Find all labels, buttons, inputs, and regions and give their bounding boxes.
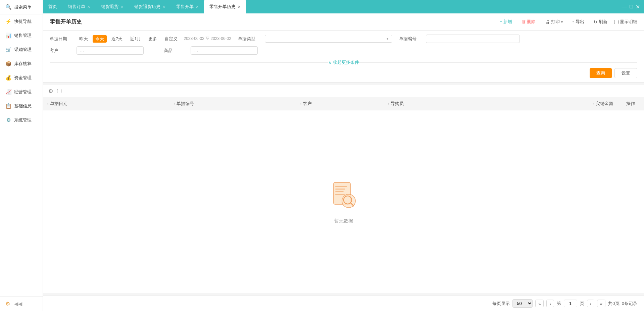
customer-input[interactable]: [77, 46, 144, 55]
tab-sales-return-history[interactable]: 销货退货历史 ✕: [129, 0, 171, 13]
sidebar-search-label: 搜索菜单: [14, 4, 32, 10]
purchase-icon: 🛒: [5, 47, 11, 53]
date-option-1month[interactable]: 近1月: [127, 35, 144, 43]
tab-sales-return-history-close[interactable]: ✕: [162, 5, 165, 9]
date-option-yesterday[interactable]: 昨天: [77, 35, 91, 43]
sidebar-item-quick-nav[interactable]: ⚡ 快捷导航: [0, 14, 43, 29]
th-doc-date[interactable]: 单据日期: [43, 97, 169, 110]
refresh-button[interactable]: ↻ 刷新: [591, 17, 610, 26]
tab-home-label: 首页: [48, 4, 57, 10]
show-detail-checkbox[interactable]: 显示明细: [614, 19, 637, 25]
th-doc-no[interactable]: 单据编号: [169, 97, 296, 110]
tab-sales-return-history-label: 销货退货历史: [134, 4, 160, 10]
date-option-7days[interactable]: 近7天: [109, 35, 125, 43]
window-maximize-btn[interactable]: □: [630, 4, 633, 10]
page-title: 零售开单历史: [50, 18, 82, 25]
doc-type-select[interactable]: ▾: [265, 35, 392, 43]
tab-sales-order-label: 销售订单: [68, 4, 85, 10]
page-actions: + 新增 🗑 删除 🖨 打印 ▾ ↑ 导出 ↻ 刷新 显示明细: [497, 17, 637, 26]
sidebar-item-operations[interactable]: 📈 经营管理: [0, 85, 43, 99]
select-all-checkbox[interactable]: [57, 89, 61, 93]
date-option-custom[interactable]: 自定义: [162, 35, 180, 43]
tab-retail-open[interactable]: 零售开单 ✕: [171, 0, 204, 13]
next-page-btn[interactable]: ›: [587, 300, 594, 307]
print-button[interactable]: 🖨 打印 ▾: [543, 17, 565, 26]
goods-input[interactable]: [191, 46, 258, 55]
export-label: 导出: [576, 19, 584, 25]
date-options: 昨天 今天 近7天 近1月 更多 自定义 2023-06-02 至 2023-0…: [77, 35, 231, 43]
export-button[interactable]: ↑ 导出: [569, 17, 587, 26]
tab-sales-order-close[interactable]: ✕: [87, 5, 90, 9]
svg-rect-4: [335, 194, 345, 195]
sidebar-item-basic-info[interactable]: 📋 基础信息: [0, 99, 43, 113]
svg-rect-1: [335, 186, 347, 187]
sidebar-item-purchase-mgmt[interactable]: 🛒 采购管理: [0, 43, 43, 57]
doc-type-chevron-icon: ▾: [387, 37, 389, 41]
sidebar-item-label: 资金管理: [14, 75, 32, 81]
sidebar-search[interactable]: 🔍 搜索菜单: [0, 0, 43, 14]
empty-text: 暂无数据: [334, 218, 353, 224]
settings-button[interactable]: 设置: [614, 68, 637, 78]
tab-retail-open-label: 零售开单: [176, 4, 194, 10]
tab-retail-open-close[interactable]: ✕: [196, 5, 199, 9]
settings-gear-icon[interactable]: ⚙: [5, 301, 10, 307]
sidebar-item-label: 库存核算: [14, 61, 32, 67]
sidebar-item-label: 基础信息: [14, 103, 32, 109]
date-filter-label: 单据日期: [50, 36, 70, 42]
tab-retail-open-history[interactable]: 零售开单历史 ✕: [204, 0, 246, 13]
collapse-label: 收起更多条件: [333, 59, 359, 65]
tab-sales-return-close[interactable]: ✕: [120, 5, 123, 9]
doc-no-input[interactable]: [426, 35, 520, 43]
finance-icon: 💰: [5, 75, 11, 81]
inventory-icon: 📦: [5, 61, 11, 67]
date-option-more[interactable]: 更多: [146, 35, 160, 43]
basic-info-icon: 📋: [5, 103, 11, 109]
delete-button[interactable]: 🗑 删除: [519, 17, 539, 26]
collapse-button[interactable]: ∧ 收起更多条件: [328, 58, 359, 67]
prev-page-btn[interactable]: ‹: [546, 300, 554, 307]
tab-sales-return[interactable]: 销货退货 ✕: [96, 0, 129, 13]
sidebar-item-label: 快捷导航: [14, 18, 32, 24]
total-info: 共0页, 0条记录: [608, 301, 637, 307]
sidebar-item-label: 采购管理: [14, 47, 32, 53]
sidebar-item-finance[interactable]: 💰 资金管理: [0, 71, 43, 85]
th-amount[interactable]: 实销金额: [491, 97, 617, 110]
last-page-btn[interactable]: »: [597, 300, 605, 307]
page-unit: 页: [580, 301, 584, 307]
svg-rect-2: [335, 189, 345, 190]
tab-bar: 首页 销售订单 ✕ 销货退货 ✕ 销货退货历史 ✕ 零售开单 ✕ 零售开单历史 …: [43, 0, 644, 13]
refresh-label: 刷新: [599, 19, 607, 25]
sidebar-item-label: 销售管理: [14, 33, 32, 39]
sidebar-item-system-mgmt[interactable]: ⚙ 系统管理: [0, 113, 43, 127]
sidebar-item-label: 系统管理: [14, 117, 32, 123]
first-page-btn[interactable]: «: [535, 300, 544, 307]
sidebar: 🔍 搜索菜单 ⚡ 快捷导航 📊 销售管理 🛒 采购管理 📦 库存核算 💰 资金管…: [0, 0, 43, 311]
tab-retail-open-history-close[interactable]: ✕: [238, 5, 241, 9]
tab-home[interactable]: 首页: [43, 0, 62, 13]
sidebar-item-sales-mgmt[interactable]: 📊 销售管理: [0, 29, 43, 43]
sidebar-item-inventory[interactable]: 📦 库存核算: [0, 57, 43, 71]
svg-rect-3: [335, 191, 344, 192]
tab-sales-order[interactable]: 销售订单 ✕: [62, 0, 96, 13]
add-button[interactable]: + 新增: [497, 17, 515, 26]
current-page-input[interactable]: [564, 300, 577, 307]
show-detail-input[interactable]: [614, 20, 618, 24]
filter-actions: 查询 设置: [50, 68, 637, 78]
date-range-display: 2023-06-02 至 2023-06-02: [184, 36, 231, 42]
main-content: 首页 销售订单 ✕ 销货退货 ✕ 销货退货历史 ✕ 零售开单 ✕ 零售开单历史 …: [43, 0, 644, 311]
window-minimize-btn[interactable]: —: [622, 4, 627, 10]
per-page-select[interactable]: 50 10 20 100: [512, 299, 533, 308]
sidebar-item-label: 经营管理: [14, 89, 32, 95]
sales-icon: 📊: [5, 33, 11, 39]
date-option-today[interactable]: 今天: [93, 35, 107, 43]
page-label: 第: [557, 301, 561, 307]
collapse-sidebar-icon[interactable]: ◀◀: [14, 301, 22, 307]
system-icon: ⚙: [5, 117, 11, 123]
window-close-btn[interactable]: ✕: [636, 4, 640, 10]
th-customer[interactable]: 客户: [296, 97, 384, 110]
tab-retail-open-history-label: 零售开单历史: [209, 4, 236, 10]
th-guide[interactable]: 导购员: [384, 97, 491, 110]
empty-state: 暂无数据: [43, 110, 644, 293]
query-button[interactable]: 查询: [590, 68, 612, 78]
table-settings-icon[interactable]: ⚙: [48, 88, 53, 94]
